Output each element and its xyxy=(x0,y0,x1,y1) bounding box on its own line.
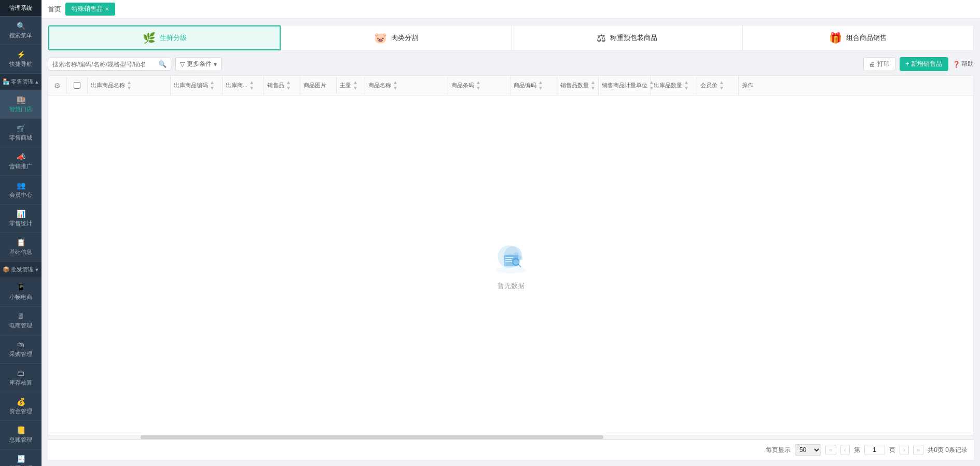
cat-tab-combo[interactable]: 🎁 组合商品销售 xyxy=(743,25,973,50)
wholesale-icon: 📦 xyxy=(3,266,10,273)
sort-out-qty-icon[interactable]: ▲▼ xyxy=(684,80,689,91)
sidebar-item-smartstore[interactable]: 🏬 智慧门店 xyxy=(0,90,42,119)
th-settings[interactable]: ⚙ xyxy=(48,77,67,94)
cat-tab-fresh-label: 生鲜分级 xyxy=(160,33,187,43)
next-page-button[interactable]: › xyxy=(900,445,909,455)
column-settings-icon[interactable]: ⚙ xyxy=(54,81,61,90)
sort-sale-item-icon[interactable]: ▲▼ xyxy=(286,80,291,91)
svg-rect-4 xyxy=(505,257,514,258)
sidebar-item-minishop[interactable]: 📱 小畅电商 xyxy=(0,278,42,307)
category-tabs: 🌿 生鲜分级 🐷 肉类分割 ⚖ 称重预包装商品 🎁 组合商品销售 xyxy=(48,25,974,51)
last-page-button[interactable]: » xyxy=(913,445,924,455)
sidebar-label-purchase: 采购管理 xyxy=(9,350,32,358)
th-op-label: 操作 xyxy=(742,81,753,89)
th-checkbox[interactable] xyxy=(67,78,88,93)
sort-out-name-icon[interactable]: ▲▼ xyxy=(127,80,132,91)
th-sale-item[interactable]: 销售品 ▲▼ xyxy=(264,76,300,95)
th-sale-unit-label: 销售商品计量单位 xyxy=(602,81,647,89)
toolbar-left: 🔍 ▽ 更多条件 ▾ xyxy=(48,57,222,71)
meat-icon: 🐷 xyxy=(374,32,387,44)
sidebar-label-marketing: 营销推广 xyxy=(9,162,32,170)
th-sale-unit[interactable]: 销售商品计量单位 ▲▼ xyxy=(599,76,651,95)
sidebar-item-invoice[interactable]: 🧾 发票管理 xyxy=(0,449,42,466)
th-img[interactable]: 商品图片 xyxy=(300,77,337,93)
page-number-input[interactable] xyxy=(864,445,885,455)
cat-tab-weight[interactable]: ⚖ 称重预包装商品 xyxy=(512,25,743,50)
search-icon[interactable]: 🔍 xyxy=(158,60,167,68)
cat-tab-meat[interactable]: 🐷 肉类分割 xyxy=(281,25,512,50)
top-bar: 首页 特殊销售品 ✕ xyxy=(42,0,980,19)
sidebar-label-retailstat: 零售统计 xyxy=(9,220,32,227)
th-goodcode[interactable]: 商品编码 ▲▼ xyxy=(510,76,557,95)
help-button[interactable]: ❓ 帮助 xyxy=(953,60,974,68)
th-weight[interactable]: 主量 ▲▼ xyxy=(337,76,365,95)
search-input[interactable] xyxy=(52,61,156,68)
th-barcode[interactable]: 商品条码 ▲▼ xyxy=(448,76,510,95)
pagination-bar: 每页显示 50 10 20 100 « ‹ 第 页 › » 共0页 0条记录 xyxy=(48,440,974,460)
sort-goodname-icon[interactable]: ▲▼ xyxy=(393,80,398,91)
th-sale-qty[interactable]: 销售品数量 ▲▼ xyxy=(557,76,599,95)
help-label: 帮助 xyxy=(961,60,974,68)
table-scroll-thumb[interactable] xyxy=(141,435,603,439)
sort-out-code-icon[interactable]: ▲▼ xyxy=(210,80,215,91)
cat-tab-fresh[interactable]: 🌿 生鲜分级 xyxy=(48,25,281,50)
sidebar-item-retailmall[interactable]: 🛒 零售商城 xyxy=(0,119,42,147)
sidebar-item-basicinfo[interactable]: 📋 基础信息 xyxy=(0,233,42,262)
th-goodname[interactable]: 商品名称 ▲▼ xyxy=(365,76,448,95)
tab-close-icon[interactable]: ✕ xyxy=(105,6,109,12)
sidebar-item-wholesale[interactable]: 📦 批发管理 ▼ xyxy=(0,262,42,278)
th-out-name[interactable]: 出库商品名称 ▲▼ xyxy=(88,76,171,95)
th-member-price-label: 会员价 xyxy=(700,81,717,89)
sidebar-item-inventory[interactable]: 🗃 库存核算 xyxy=(0,364,42,392)
retailmall-icon: 🛒 xyxy=(17,124,25,132)
table-header: ⚙ 出库商品名称 ▲▼ 出库商品编码 ▲▼ 出库商... ▲▼ xyxy=(48,76,973,95)
add-label: + 新增销售品 xyxy=(906,60,942,68)
cat-tab-meat-label: 肉类分割 xyxy=(391,33,418,43)
sidebar-label-basicinfo: 基础信息 xyxy=(9,248,32,256)
filter-button[interactable]: ▽ 更多条件 ▾ xyxy=(175,57,222,71)
sidebar-item-ledger[interactable]: 📒 总账管理 xyxy=(0,421,42,449)
toolbar: 🔍 ▽ 更多条件 ▾ 🖨 打印 + 新增销售品 ❓ 帮助 xyxy=(48,57,974,71)
sort-member-price-icon[interactable]: ▲▼ xyxy=(719,80,724,91)
breadcrumb-home[interactable]: 首页 xyxy=(48,5,61,14)
first-page-button[interactable]: « xyxy=(825,445,836,455)
sidebar-item-finance[interactable]: 💰 资金管理 xyxy=(0,392,42,421)
retailstat-icon: 📊 xyxy=(17,210,25,218)
sidebar-label-members: 会员中心 xyxy=(9,191,32,199)
print-button[interactable]: 🖨 打印 xyxy=(863,57,895,71)
sort-out-spec-icon[interactable]: ▲▼ xyxy=(249,80,254,91)
sidebar-item-purchase[interactable]: 🛍 采购管理 xyxy=(0,335,42,364)
sort-weight-icon[interactable]: ▲▼ xyxy=(353,80,358,91)
sidebar-item-retailstat[interactable]: 📊 零售统计 xyxy=(0,204,42,233)
sidebar-item-members[interactable]: 👥 会员中心 xyxy=(0,176,42,204)
select-all-checkbox[interactable] xyxy=(74,82,80,89)
prev-page-button[interactable]: ‹ xyxy=(840,445,850,455)
th-out-qty[interactable]: 出库品数量 ▲▼ xyxy=(651,76,697,95)
sidebar-item-retail[interactable]: 🏪 零售管理 ▲ xyxy=(0,74,42,90)
sidebar-label-ledger: 总账管理 xyxy=(9,436,32,444)
basicinfo-icon: 📋 xyxy=(17,238,25,246)
sidebar-item-marketing[interactable]: 📣 营销推广 xyxy=(0,147,42,176)
th-out-code[interactable]: 出库商品编码 ▲▼ xyxy=(171,76,223,95)
th-out-spec[interactable]: 出库商... ▲▼ xyxy=(223,76,264,95)
sidebar-item-search[interactable]: 🔍 搜索菜单 xyxy=(0,17,42,45)
page-size-select[interactable]: 50 10 20 100 xyxy=(795,444,821,456)
th-member-price[interactable]: 会员价 ▲▼ xyxy=(697,76,739,95)
sort-barcode-icon[interactable]: ▲▼ xyxy=(476,80,481,91)
empty-illustration xyxy=(490,240,532,276)
sort-sale-qty-icon[interactable]: ▲▼ xyxy=(590,80,596,91)
table-scroll-bar[interactable] xyxy=(48,435,973,439)
sidebar-item-quicknav[interactable]: ⚡ 快捷导航 xyxy=(0,45,42,74)
invoice-icon: 🧾 xyxy=(17,455,25,463)
print-icon: 🖨 xyxy=(869,61,875,68)
page-label2: 页 xyxy=(889,446,895,455)
search-box[interactable]: 🔍 xyxy=(48,58,171,71)
th-op: 操作 xyxy=(739,77,770,93)
retail-arrow-icon: ▲ xyxy=(35,79,39,85)
add-sale-button[interactable]: + 新增销售品 xyxy=(900,57,948,71)
sort-goodcode-icon[interactable]: ▲▼ xyxy=(538,80,543,91)
sidebar-item-ecommerce[interactable]: 🖥 电商管理 xyxy=(0,307,42,335)
th-goodcode-label: 商品编码 xyxy=(514,81,536,89)
table-container: ⚙ 出库商品名称 ▲▼ 出库商品编码 ▲▼ 出库商... ▲▼ xyxy=(48,75,974,440)
active-tab[interactable]: 特殊销售品 ✕ xyxy=(65,3,115,16)
